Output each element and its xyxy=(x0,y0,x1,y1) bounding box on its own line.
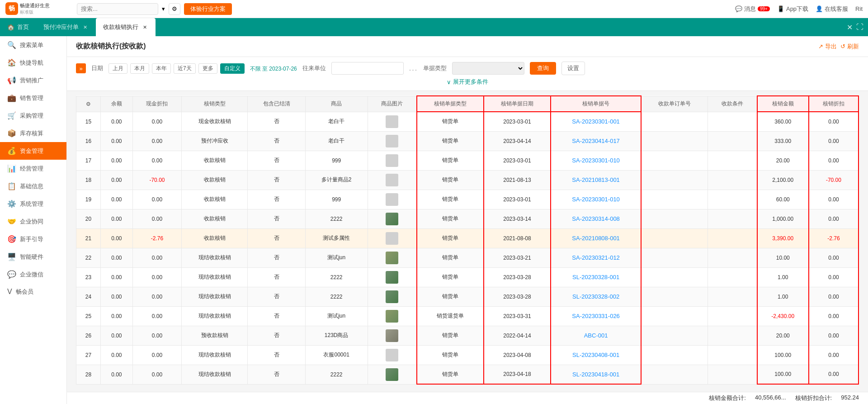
td-bill_voucher_type: 销货单 xyxy=(417,131,484,151)
td-receipt_condition xyxy=(708,365,757,384)
td-writeoff_type: 收款核销 xyxy=(182,170,248,190)
settings-gear-icon[interactable]: ⚙ xyxy=(169,3,180,15)
sidebar-item-hardware[interactable]: 🖥️ 智能硬件 xyxy=(0,248,66,266)
sidebar-item-wechat[interactable]: 💬 企业微信 xyxy=(0,266,66,283)
sidebar-item-operation[interactable]: 📊 经营管理 xyxy=(0,160,66,177)
date-this-month[interactable]: 本月 xyxy=(130,63,149,74)
sidebar-item-sales[interactable]: 💼 销售管理 xyxy=(0,89,66,107)
td-bill_voucher_no[interactable]: ABC-001 xyxy=(551,326,641,345)
td-writeoff_discount: 0.00 xyxy=(809,209,859,228)
sidebar-item-basic[interactable]: 📋 基础信息 xyxy=(0,177,66,195)
app-download-button[interactable]: 📱 App下载 xyxy=(777,5,808,13)
td-settled: 否 xyxy=(248,112,305,131)
table-row: 260.000.00预收款核销否123D商品销货单2022-04-14ABC-0… xyxy=(76,326,859,345)
sidebar-item-finance[interactable]: 💰 资金管理 xyxy=(0,142,66,160)
td-writeoff_type: 收款核销 xyxy=(182,190,248,209)
online-service-button[interactable]: 👤 在线客服 xyxy=(816,5,848,13)
td-bill_voucher_no[interactable]: SA-20230301-001 xyxy=(551,112,641,131)
td-no: 16 xyxy=(76,131,101,151)
td-no: 22 xyxy=(76,248,101,267)
table-row: 150.000.00现金收款核销否老白干销货单2023-03-01SA-2023… xyxy=(76,112,859,131)
td-product: 2222 xyxy=(305,365,368,384)
td-writeoff_type: 现结收款核销 xyxy=(182,306,248,326)
export-button[interactable]: ↗ 导出 xyxy=(818,43,837,51)
td-balance: 0.00 xyxy=(101,170,133,190)
td-bill_voucher_no[interactable]: SA-20230314-008 xyxy=(551,209,641,228)
table-row: 170.000.00收款核销否999销货单2023-03-01SA-202303… xyxy=(76,151,859,170)
date-more[interactable]: 更多 xyxy=(198,63,217,74)
td-bill_voucher_no[interactable]: SA-20210808-001 xyxy=(551,228,641,248)
date-this-year[interactable]: 本年 xyxy=(152,63,171,74)
td-bill_voucher_no[interactable]: SL-20230328-002 xyxy=(551,287,641,306)
filter-settings-button[interactable]: 设置 xyxy=(561,62,585,75)
td-bill_voucher_no[interactable]: SA-20230321-012 xyxy=(551,248,641,267)
sidebar-item-system[interactable]: ⚙️ 系统管理 xyxy=(0,195,66,213)
top-search-input[interactable] xyxy=(77,3,158,15)
sidebar-item-collab[interactable]: 🤝 企业协同 xyxy=(0,213,66,230)
tab-prepay[interactable]: 预付冲应付单 ✕ xyxy=(36,18,96,36)
td-cash_discount: 0.00 xyxy=(132,365,181,384)
td-writeoff_amount: 1.00 xyxy=(757,287,809,306)
sidebar-item-search[interactable]: 🔍 搜索菜单 xyxy=(0,36,66,54)
td-bill_voucher_no[interactable]: SA-20230301-010 xyxy=(551,190,641,209)
partner-input[interactable] xyxy=(331,62,404,75)
td-product: 测试多属性 xyxy=(305,228,368,248)
logo-icon: 畅 xyxy=(5,2,18,15)
expand-more-button[interactable]: ∨ 展开更多条件 xyxy=(447,78,488,86)
tab-writeoff[interactable]: 收款核销执行 ✕ xyxy=(96,18,156,36)
message-button[interactable]: 💬 消息 99+ xyxy=(735,5,770,13)
bill-type-select[interactable] xyxy=(452,62,524,75)
sidebar-item-purchase[interactable]: 🛒 采购管理 xyxy=(0,107,66,124)
sidebar-item-inventory[interactable]: 📦 库存核算 xyxy=(0,124,66,142)
refresh-button[interactable]: ↺ 刷新 xyxy=(840,43,859,51)
tab-writeoff-close[interactable]: ✕ xyxy=(141,24,148,31)
td-product: 999 xyxy=(305,190,368,209)
td-receipt_order_no xyxy=(641,306,708,326)
td-bill_voucher_no[interactable]: SL-20230418-001 xyxy=(551,365,641,384)
expand-arrow-icon[interactable]: » xyxy=(76,63,86,73)
dropdown-arrow[interactable]: ▾ xyxy=(162,5,165,12)
sidebar-item-guide[interactable]: 🎯 新手引导 xyxy=(0,230,66,248)
td-bill_voucher_no[interactable]: SL-20230328-001 xyxy=(551,267,641,287)
td-writeoff_amount: 1.00 xyxy=(757,267,809,287)
sidebar-item-marketing[interactable]: 📢 营销推广 xyxy=(0,71,66,89)
td-bill_voucher_no[interactable]: SA-20230414-017 xyxy=(551,131,641,151)
td-bill_voucher_no[interactable]: SA-20210813-001 xyxy=(551,170,641,190)
sidebar-item-quicknav[interactable]: 🏠 快捷导航 xyxy=(0,54,66,71)
td-bill_voucher_date: 2023-03-28 xyxy=(484,287,551,306)
td-receipt_order_no xyxy=(641,267,708,287)
table-row: 280.000.00现结收款核销否2222销货单2023-04-18SL-202… xyxy=(76,365,859,384)
sidebar-item-member[interactable]: V 畅会员 xyxy=(0,283,66,300)
inventory-icon: 📦 xyxy=(7,129,16,138)
td-receipt_condition xyxy=(708,306,757,326)
tab-prepay-close[interactable]: ✕ xyxy=(81,24,89,31)
td-bill_voucher_no[interactable]: SA-20230331-026 xyxy=(551,306,641,326)
product-img-cell xyxy=(368,170,417,190)
window-maximize-icon[interactable]: ⛶ xyxy=(856,23,863,31)
query-button[interactable]: 查询 xyxy=(530,62,556,75)
main-content: 🔍 搜索菜单 🏠 快捷导航 📢 营销推广 💼 销售管理 🛒 采购管理 📦 库存核… xyxy=(0,36,868,404)
td-bill_voucher_type: 销货单 xyxy=(417,345,484,365)
date-last-month[interactable]: 上月 xyxy=(108,63,127,74)
logo-sub: 标准版 xyxy=(20,9,50,15)
date-7days[interactable]: 近7天 xyxy=(174,63,196,74)
refresh-icon: ↺ xyxy=(840,43,845,50)
home-nav-icon: 🏠 xyxy=(7,58,16,67)
date-options: 上月 本月 本年 近7天 更多 自定义 xyxy=(108,63,245,74)
product-img-cell xyxy=(368,228,417,248)
td-writeoff_discount: 0.00 xyxy=(809,267,859,287)
date-custom[interactable]: 自定义 xyxy=(220,63,245,74)
td-bill_voucher_no[interactable]: SL-20230408-001 xyxy=(551,345,641,365)
tab-home[interactable]: 🏠 首页 xyxy=(0,18,36,36)
td-bill_voucher_date: 2023-03-31 xyxy=(484,306,551,326)
td-writeoff_discount: 0.00 xyxy=(809,326,859,345)
window-close-icon[interactable]: ✕ xyxy=(847,23,853,32)
operation-icon: 📊 xyxy=(7,164,16,173)
td-no: 28 xyxy=(76,365,101,384)
user-name[interactable]: Rit xyxy=(855,5,863,12)
table-row: 230.000.00现结收款核销否2222销货单2023-03-28SL-202… xyxy=(76,267,859,287)
td-bill_voucher_no[interactable]: SA-20230301-010 xyxy=(551,151,641,170)
table-header-row: ⚙ 余额 现金折扣 核销类型 包含已结清 商品 商品图片 核销单据类型 核销单据… xyxy=(76,96,859,112)
td-no: 17 xyxy=(76,151,101,170)
industry-plan-button[interactable]: 体验行业方案 xyxy=(184,3,232,15)
